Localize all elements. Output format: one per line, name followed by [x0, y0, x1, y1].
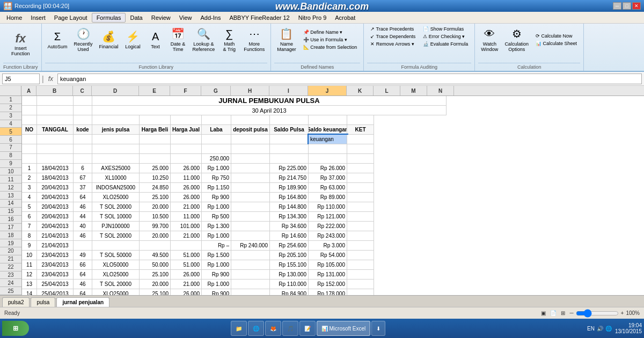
- cell-j3[interactable]: [309, 115, 347, 125]
- cell-d17[interactable]: T SOL 50000: [92, 251, 140, 260]
- cell-e17[interactable]: 49.500: [140, 251, 171, 260]
- cell-h14[interactable]: [231, 222, 270, 231]
- cell-k7[interactable]: [347, 154, 374, 164]
- cell-d9[interactable]: XL10000: [92, 173, 140, 183]
- cell-g13[interactable]: Rp 500: [202, 212, 231, 222]
- cell-e13[interactable]: 10.500: [140, 212, 171, 222]
- cell-c4[interactable]: kode: [74, 125, 92, 135]
- trace-dependents-button[interactable]: ↙ Trace Dependents: [367, 33, 419, 40]
- cell-c5[interactable]: [74, 135, 92, 144]
- sheet-tab-pulsa[interactable]: pulsa: [31, 297, 55, 307]
- cell-k15[interactable]: [347, 231, 374, 241]
- cell-h21[interactable]: [231, 289, 270, 295]
- cell-b21[interactable]: 25/04/2013: [37, 289, 74, 295]
- zoom-slider[interactable]: [576, 309, 619, 318]
- cell-c10[interactable]: 37: [74, 183, 92, 193]
- menu-addins[interactable]: Add-Ins: [196, 13, 225, 22]
- cell-g18[interactable]: Rp 1.000: [202, 260, 231, 270]
- taskbar-notepad[interactable]: 📝: [299, 321, 316, 336]
- cell-f18[interactable]: 51.000: [171, 260, 202, 270]
- menu-page-layout[interactable]: Page Layout: [50, 13, 92, 22]
- cell-c17[interactable]: 49: [74, 251, 92, 260]
- page-break-icon[interactable]: ⊞: [561, 310, 565, 316]
- cell-k5[interactable]: [347, 135, 374, 144]
- cell-f10[interactable]: 26.000: [171, 183, 202, 193]
- cell-g11[interactable]: Rp 900: [202, 193, 231, 202]
- cell-g6[interactable]: [202, 144, 231, 154]
- cell-b20[interactable]: 25/04/2013: [37, 280, 74, 289]
- cell-d21[interactable]: XLO25000: [92, 289, 140, 295]
- cell-e12[interactable]: 20.000: [140, 202, 171, 212]
- cell-k21[interactable]: [347, 289, 374, 295]
- use-in-formula-button[interactable]: ➕ Use in Formula ▾: [300, 36, 361, 43]
- cell-d14[interactable]: PJN100000: [92, 222, 140, 231]
- cell-b4[interactable]: TANGGAL: [37, 125, 74, 135]
- cell-f9[interactable]: 11.000: [171, 173, 202, 183]
- cell-j14[interactable]: Rp 222.000: [309, 222, 347, 231]
- cell-f21[interactable]: 26.000: [171, 289, 202, 295]
- cell-i20[interactable]: Rp 110.000: [270, 280, 309, 289]
- cell-c21[interactable]: 64: [74, 289, 92, 295]
- cell-h7[interactable]: [231, 154, 270, 164]
- cell-e16[interactable]: [140, 241, 171, 251]
- cell-d3[interactable]: [92, 115, 140, 125]
- cell-b8[interactable]: 18/04/2013: [37, 164, 74, 173]
- cell-e10[interactable]: 24.850: [140, 183, 171, 193]
- cell-a3[interactable]: [22, 115, 37, 125]
- cell-j13[interactable]: Rp 121.000: [309, 212, 347, 222]
- cell-b17[interactable]: 23/04/2013: [37, 251, 74, 260]
- menu-nitro[interactable]: Nitro Pro 9: [294, 13, 331, 22]
- cell-i15[interactable]: Rp 14.600: [270, 231, 309, 241]
- normal-view-icon[interactable]: ▣: [541, 310, 546, 316]
- cell-g12[interactable]: Rp 1.000: [202, 202, 231, 212]
- cell-i9[interactable]: Rp 214.750: [270, 173, 309, 183]
- cell-g7[interactable]: 250.000: [202, 154, 231, 164]
- col-header-k[interactable]: K: [347, 86, 374, 95]
- cell-b10[interactable]: 20/04/2013: [37, 183, 74, 193]
- cell-h3[interactable]: [231, 115, 270, 125]
- cell-c15[interactable]: 46: [74, 231, 92, 241]
- cell-a18[interactable]: 11: [22, 260, 37, 270]
- cell-f15[interactable]: 21.000: [171, 231, 202, 241]
- create-from-selection-button[interactable]: 📐 Create from Selection: [300, 44, 361, 50]
- cell-b3[interactable]: [37, 115, 74, 125]
- cell-i3[interactable]: [270, 115, 309, 125]
- cell-d12[interactable]: T SOL 20000: [92, 202, 140, 212]
- cell-g9[interactable]: Rp 750: [202, 173, 231, 183]
- cell-h13[interactable]: [231, 212, 270, 222]
- cell-c11[interactable]: 64: [74, 193, 92, 202]
- date-time-button[interactable]: 📅 Date &Time: [167, 26, 189, 54]
- cell-g20[interactable]: Rp 1.000: [202, 280, 231, 289]
- cell-b9[interactable]: 18/04/2013: [37, 173, 74, 183]
- calculate-now-button[interactable]: ⟳ Calculate Now: [532, 33, 580, 39]
- cell-f16[interactable]: [171, 241, 202, 251]
- cell-k12[interactable]: [347, 202, 374, 212]
- cell-c9[interactable]: 67: [74, 173, 92, 183]
- cell-c7[interactable]: [74, 154, 92, 164]
- cell-j7[interactable]: [309, 154, 347, 164]
- taskbar-excel-active[interactable]: 📊 Microsoft Excel: [317, 321, 371, 336]
- col-header-c[interactable]: C: [73, 86, 92, 95]
- cell-d13[interactable]: T SOL 10000: [92, 212, 140, 222]
- cell-k17[interactable]: [347, 251, 374, 260]
- cell-a1[interactable]: [22, 96, 37, 106]
- text-button[interactable]: A Text: [145, 29, 166, 51]
- cell-c14[interactable]: 40: [74, 222, 92, 231]
- financial-button[interactable]: 💰 Financial: [97, 28, 121, 51]
- cell-h6[interactable]: [231, 144, 270, 154]
- cell-j4[interactable]: Saldo keuangan: [309, 125, 347, 135]
- cell-i10[interactable]: Rp 189.900: [270, 183, 309, 193]
- cell-h11[interactable]: [231, 193, 270, 202]
- cell-a13[interactable]: 6: [22, 212, 37, 222]
- cell-i6[interactable]: [270, 144, 309, 154]
- page-layout-icon[interactable]: 📄: [550, 310, 557, 316]
- cell-g10[interactable]: Rp 1.150: [202, 183, 231, 193]
- taskbar-downloads[interactable]: ⬇: [371, 321, 385, 336]
- menu-acrobat[interactable]: Acrobat: [331, 13, 360, 22]
- cell-k3[interactable]: [347, 115, 374, 125]
- cell-k13[interactable]: [347, 212, 374, 222]
- start-button[interactable]: ⊞: [2, 321, 29, 336]
- cell-b15[interactable]: 21/04/2013: [37, 231, 74, 241]
- cell-g17[interactable]: Rp 1.500: [202, 251, 231, 260]
- cell-title[interactable]: JURNAL PEMBUKUAN PULSA: [92, 96, 447, 106]
